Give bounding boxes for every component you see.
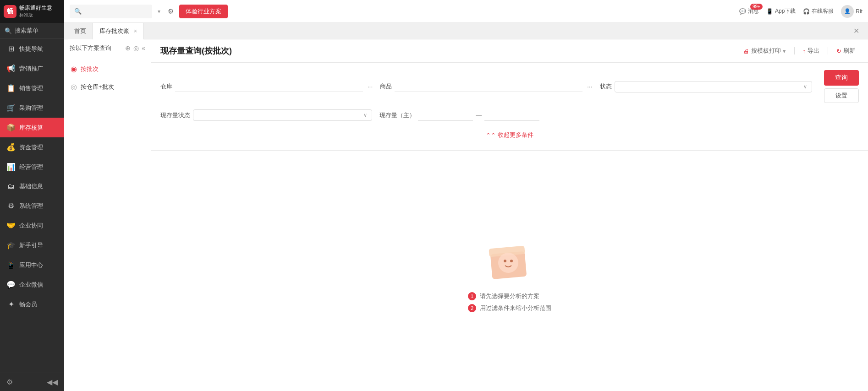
user-avatar[interactable]: 👤 Rit: [841, 5, 863, 18]
warehouse-dots[interactable]: ···: [368, 83, 373, 90]
nav-label: 快捷导航: [19, 45, 43, 53]
main-content: 现存量查询(按批次) 🖨 按模板打印 ▾ ↑ 导出 ↻ 刷: [151, 39, 868, 391]
wechat-icon: 💬: [6, 280, 16, 289]
sidebar-item-vip[interactable]: ✦ 畅会员: [0, 294, 64, 314]
refresh-btn[interactable]: ↻ 刷新: [833, 45, 859, 57]
print-btn[interactable]: 🖨 按模板打印 ▾: [740, 45, 790, 57]
inventory-amount-from[interactable]: [418, 110, 473, 121]
filter-area: 仓库 ··· 商品 ··· 状态 ∨: [151, 63, 868, 151]
sidebar-item-sales[interactable]: 📋 销售管理: [0, 78, 64, 98]
scheme-item-warehouse-batch[interactable]: ◎ 按仓库+批次: [64, 78, 151, 96]
page-title: 现存量查询(按批次): [160, 45, 232, 56]
inventory-status-label: 现存量状态: [160, 111, 190, 119]
sidebar-item-quick-nav[interactable]: ⊞ 快捷导航: [0, 39, 64, 59]
collapse-up-icon: ⌃⌃: [486, 132, 496, 139]
sidebar-item-system[interactable]: ⚙ 系统管理: [0, 196, 64, 216]
inventory-amount-label: 现存量（主）: [379, 111, 415, 119]
inventory-amount-to[interactable]: [484, 110, 539, 121]
inventory-amount-filter: 现存量（主） —: [379, 110, 591, 121]
inventory-icon: 📦: [6, 123, 16, 132]
tab-home[interactable]: 首页: [68, 23, 93, 39]
avatar: 👤: [841, 5, 854, 18]
sidebar-footer: ⚙ ◀◀: [0, 373, 64, 391]
topbar-search-box[interactable]: 🔍: [70, 5, 152, 18]
sidebar-item-purchase[interactable]: 🛒 采购管理: [0, 98, 64, 118]
nav-label: 基础信息: [19, 182, 43, 190]
messages-badge: 99+: [750, 4, 763, 10]
step-1-num: 1: [468, 292, 476, 300]
svg-point-2: [498, 253, 518, 273]
sidebar-item-inventory[interactable]: 📦 库存核算: [0, 118, 64, 137]
product-dots[interactable]: ···: [587, 83, 593, 90]
collapse-filters-btn[interactable]: ⌃⌃ 收起更多条件: [160, 127, 859, 143]
topbar-dropdown-arrow[interactable]: ▾: [156, 6, 162, 16]
nav-label: 系统管理: [19, 202, 43, 210]
inventory-status-filter: 现存量状态 ∨: [160, 109, 372, 121]
panel-collapse-btn[interactable]: «: [142, 44, 145, 52]
filter-row-2: 现存量状态 ∨ 现存量（主） —: [160, 109, 859, 121]
scheme-label: 按仓库+批次: [81, 83, 114, 91]
nav-label: 应用中心: [19, 261, 43, 269]
query-btn[interactable]: 查询: [824, 70, 859, 86]
tab-close-icon[interactable]: ×: [134, 28, 137, 34]
step-1-text: 请先选择要分析的方案: [480, 292, 539, 300]
status-select[interactable]: ∨: [615, 81, 812, 92]
marketing-icon: 📢: [6, 64, 16, 73]
product-input[interactable]: [395, 81, 582, 92]
topbar-gear-icon[interactable]: ⚙: [166, 5, 176, 17]
product-label: 商品: [380, 82, 392, 91]
filter-row-1: 仓库 ··· 商品 ··· 状态 ∨: [160, 70, 859, 103]
empty-step-2: 2 用过滤条件来缩小分析范围: [468, 304, 551, 312]
footer-collapse-icon[interactable]: ◀◀: [47, 378, 58, 386]
add-scheme-btn[interactable]: ⊕: [125, 44, 131, 52]
topbar-right: 💬 消息 99+ 📱 App下载 🎧 在线客服 👤 Rit: [739, 5, 863, 18]
svg-point-4: [510, 260, 513, 262]
collapse-label: 收起更多条件: [498, 131, 533, 139]
status-filter: 状态 ∨: [600, 81, 812, 92]
topbar: 🔍 ▾ ⚙ 体验行业方案 💬 消息 99+ 📱 App下载 🎧 在线客服 👤 R: [64, 0, 868, 23]
sidebar-item-basic[interactable]: 🗂 基础信息: [0, 177, 64, 196]
inventory-amount-dash: —: [476, 112, 482, 119]
status-arrow: ∨: [803, 84, 807, 90]
online-service-btn[interactable]: 🎧 在线客服: [803, 7, 834, 15]
username: Rit: [856, 8, 863, 15]
empty-state: 1 请先选择要分析的方案 2 用过滤条件来缩小分析范围: [151, 151, 868, 391]
settings-btn[interactable]: 设置: [824, 88, 859, 103]
app-subtitle: 标准版: [19, 12, 52, 18]
sidebar-item-finance[interactable]: 💰 资金管理: [0, 137, 64, 157]
tab-inventory-batch[interactable]: 库存批次账 ×: [93, 23, 144, 39]
sidebar-item-marketing[interactable]: 📢 营销推广: [0, 59, 64, 78]
product-filter: 商品 ···: [380, 81, 592, 92]
enterprise-icon: 🤝: [6, 221, 16, 230]
scheme-settings-btn[interactable]: ◎: [133, 44, 139, 52]
footer-settings-icon[interactable]: ⚙: [6, 378, 13, 386]
online-service-label: 在线客服: [812, 7, 834, 15]
status-label: 状态: [600, 82, 612, 91]
warehouse-filter: 仓库 ···: [160, 81, 373, 92]
sidebar-item-apps[interactable]: 📱 应用中心: [0, 255, 64, 275]
scheme-item-batch[interactable]: ◉ 按批次: [64, 60, 151, 78]
app-download-btn[interactable]: 📱 App下载: [766, 7, 796, 15]
sidebar-item-enterprise[interactable]: 🤝 企业协同: [0, 216, 64, 235]
export-icon: ↑: [803, 48, 806, 54]
warehouse-input[interactable]: [175, 81, 363, 92]
sidebar-title-block: 畅康通好生意 标准版: [19, 5, 52, 18]
nav-label: 资金管理: [19, 143, 43, 152]
export-btn[interactable]: ↑ 导出: [799, 45, 824, 57]
empty-svg: [482, 230, 537, 285]
finance-icon: 💰: [6, 143, 16, 152]
inventory-status-select[interactable]: ∨: [193, 109, 372, 121]
topbar-search-icon: 🔍: [74, 8, 82, 15]
sidebar: 畅 畅康通好生意 标准版 🔍 搜索菜单 ⊞ 快捷导航 📢 营销推广 📋 销售管理…: [0, 0, 64, 391]
sidebar-item-newbie[interactable]: 🎓 新手引导: [0, 235, 64, 255]
print-dropdown-icon[interactable]: ▾: [783, 48, 786, 54]
sales-icon: 📋: [6, 84, 16, 92]
warehouse-label: 仓库: [160, 82, 172, 91]
sidebar-item-operation[interactable]: 📊 经营管理: [0, 157, 64, 177]
experience-btn[interactable]: 体验行业方案: [179, 5, 228, 18]
sidebar-item-wechat[interactable]: 💬 企业微信: [0, 275, 64, 294]
messages-btn[interactable]: 💬 消息 99+: [739, 7, 759, 15]
home-tab-label: 首页: [74, 27, 86, 35]
sidebar-search[interactable]: 🔍 搜索菜单: [0, 23, 64, 39]
page-close-btn[interactable]: ✕: [848, 23, 864, 39]
